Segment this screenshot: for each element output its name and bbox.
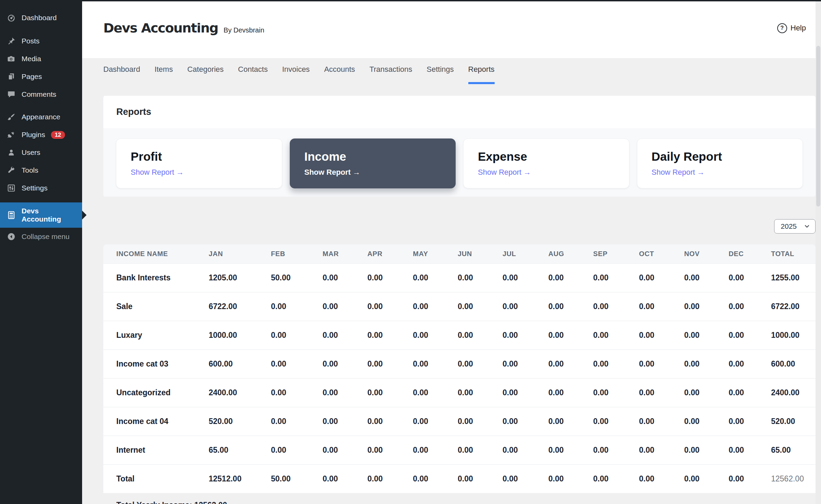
income-name: Uncategorized bbox=[103, 379, 206, 407]
table-header-row: INCOME NAMEJANFEBMARAPRMAYJUNJULAUGSEPOC… bbox=[103, 244, 816, 264]
sidebar-item-label: Comments bbox=[22, 90, 56, 98]
table-row-internet: Internet65.000.000.000.000.000.000.000.0… bbox=[103, 436, 816, 465]
column-header-may: MAY bbox=[410, 244, 455, 264]
table-row-luxary: Luxary1000.000.000.000.000.000.000.000.0… bbox=[103, 321, 816, 350]
posts-icon bbox=[7, 37, 16, 45]
row-total: 520.00 bbox=[768, 407, 816, 436]
month-value: 0.00 bbox=[636, 465, 681, 493]
month-value: 0.00 bbox=[681, 292, 726, 321]
income-report-table: INCOME NAMEJANFEBMARAPRMAYJUNJULAUGSEPOC… bbox=[103, 244, 816, 493]
sidebar-item-users[interactable]: Users bbox=[0, 144, 82, 161]
month-value: 0.00 bbox=[636, 379, 681, 407]
sidebar-item-tools[interactable]: Tools bbox=[0, 161, 82, 179]
month-value: 0.00 bbox=[365, 264, 410, 292]
month-value: 0.00 bbox=[590, 436, 636, 465]
month-value: 0.00 bbox=[636, 292, 681, 321]
sidebar-item-dashboard[interactable]: Dashboard bbox=[0, 9, 82, 27]
month-value: 0.00 bbox=[500, 407, 546, 436]
help-question-icon: ? bbox=[777, 23, 787, 33]
help-label: Help bbox=[791, 24, 806, 32]
row-total: 2400.00 bbox=[768, 379, 816, 407]
month-value: 0.00 bbox=[546, 292, 590, 321]
row-total: 1000.00 bbox=[768, 321, 816, 350]
month-value: 0.00 bbox=[681, 379, 726, 407]
month-value: 0.00 bbox=[636, 321, 681, 350]
pages-icon bbox=[7, 72, 16, 81]
sidebar-item-label: Media bbox=[22, 55, 41, 63]
scrollbar[interactable] bbox=[816, 1, 821, 504]
month-value: 0.00 bbox=[500, 264, 546, 292]
month-value: 0.00 bbox=[590, 264, 636, 292]
income-name: Income cat 04 bbox=[103, 407, 206, 436]
month-value: 1000.00 bbox=[206, 321, 268, 350]
tab-contacts[interactable]: Contacts bbox=[238, 65, 268, 84]
tab-settings[interactable]: Settings bbox=[427, 65, 454, 84]
month-value: 0.00 bbox=[320, 407, 365, 436]
month-value: 0.00 bbox=[500, 379, 546, 407]
report-card-profit[interactable]: ProfitShow Report → bbox=[116, 138, 282, 188]
income-name: Bank Interests bbox=[103, 264, 206, 292]
report-card-daily-report[interactable]: Daily ReportShow Report → bbox=[637, 138, 803, 188]
month-value: 0.00 bbox=[365, 292, 410, 321]
sidebar-menu: DashboardPostsMediaPagesCommentsAppearan… bbox=[0, 9, 82, 246]
sidebar-item-comments[interactable]: Comments bbox=[0, 85, 82, 103]
sidebar-item-posts[interactable]: Posts bbox=[0, 32, 82, 50]
month-value: 0.00 bbox=[268, 350, 320, 379]
table-row-total: Total12512.0050.000.000.000.000.000.000.… bbox=[103, 465, 816, 493]
sidebar-item-appearance[interactable]: Appearance bbox=[0, 108, 82, 126]
show-report-link[interactable]: Show Report → bbox=[478, 168, 531, 176]
month-value: 0.00 bbox=[500, 350, 546, 379]
month-value: 0.00 bbox=[455, 264, 500, 292]
scrollbar-thumb[interactable] bbox=[816, 46, 820, 207]
month-value: 0.00 bbox=[410, 350, 455, 379]
sidebar-item-plugins[interactable]: Plugins12 bbox=[0, 126, 82, 144]
sidebar-item-label: Pages bbox=[22, 72, 42, 81]
page-subtitle: By Devsbrain bbox=[224, 26, 264, 34]
month-value: 0.00 bbox=[681, 465, 726, 493]
month-value: 0.00 bbox=[590, 379, 636, 407]
month-value: 0.00 bbox=[320, 264, 365, 292]
month-value: 0.00 bbox=[681, 436, 726, 465]
tab-accounts[interactable]: Accounts bbox=[324, 65, 355, 84]
tab-items[interactable]: Items bbox=[155, 65, 173, 84]
sidebar-item-label: Plugins bbox=[22, 131, 45, 139]
column-header-jul: JUL bbox=[500, 244, 546, 264]
card-title: Expense bbox=[478, 150, 615, 162]
month-value: 0.00 bbox=[726, 321, 768, 350]
month-value: 0.00 bbox=[636, 264, 681, 292]
show-report-link[interactable]: Show Report → bbox=[652, 168, 705, 176]
tab-transactions[interactable]: Transactions bbox=[369, 65, 412, 84]
report-card-expense[interactable]: ExpenseShow Report → bbox=[463, 138, 629, 188]
sidebar-item-collapse-menu[interactable]: Collapse menu bbox=[0, 228, 82, 246]
month-value: 0.00 bbox=[320, 292, 365, 321]
sidebar-item-pages[interactable]: Pages bbox=[0, 68, 82, 85]
sidebar-item-media[interactable]: Media bbox=[0, 50, 82, 68]
sidebar-item-settings[interactable]: Settings bbox=[0, 179, 82, 197]
report-card-income[interactable]: IncomeShow Report → bbox=[290, 138, 456, 188]
column-header-mar: MAR bbox=[320, 244, 365, 264]
row-total: 1255.00 bbox=[768, 264, 816, 292]
month-value: 0.00 bbox=[726, 407, 768, 436]
tab-invoices[interactable]: Invoices bbox=[282, 65, 310, 84]
tab-reports[interactable]: Reports bbox=[468, 65, 495, 84]
show-report-link[interactable]: Show Report → bbox=[131, 168, 184, 176]
column-header-income-name: INCOME NAME bbox=[103, 244, 206, 264]
month-value: 0.00 bbox=[365, 350, 410, 379]
sidebar-item-label: Appearance bbox=[22, 113, 60, 121]
year-select[interactable]: 2025 bbox=[774, 219, 816, 234]
month-value: 0.00 bbox=[590, 407, 636, 436]
sidebar-item-devs-accounting[interactable]: Devs Accounting bbox=[0, 202, 82, 228]
tab-bar: DashboardItemsCategoriesContactsInvoices… bbox=[82, 58, 816, 84]
appearance-icon bbox=[7, 112, 16, 121]
show-report-link[interactable]: Show Report → bbox=[304, 168, 361, 176]
comments-icon bbox=[7, 90, 16, 99]
column-header-feb: FEB bbox=[268, 244, 320, 264]
month-value: 0.00 bbox=[365, 407, 410, 436]
media-icon bbox=[7, 54, 16, 63]
sidebar-item-label: Posts bbox=[22, 37, 40, 45]
card-title: Daily Report bbox=[652, 150, 789, 162]
help-link[interactable]: ? Help bbox=[777, 23, 806, 33]
tab-dashboard[interactable]: Dashboard bbox=[103, 65, 140, 84]
tab-categories[interactable]: Categories bbox=[187, 65, 223, 84]
month-value: 6722.00 bbox=[206, 292, 268, 321]
